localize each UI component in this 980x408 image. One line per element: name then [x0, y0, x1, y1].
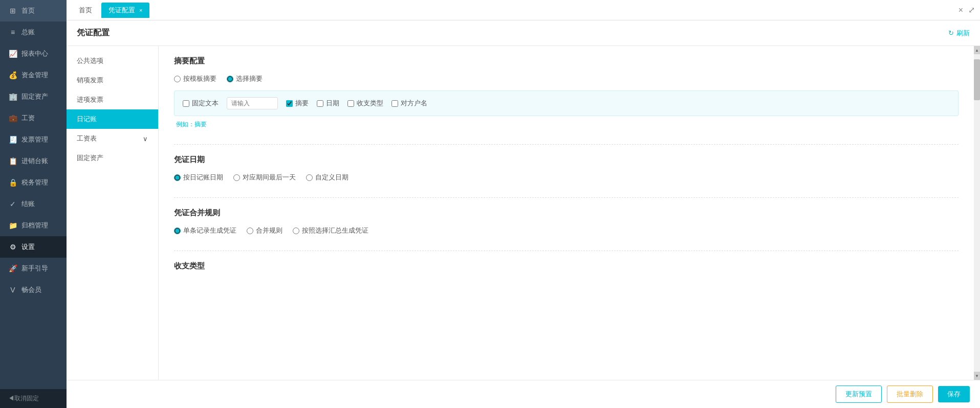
sidebar-item-general-ledger[interactable]: ≡ 总账: [0, 21, 67, 43]
summary-radio-choose-input[interactable]: [227, 76, 233, 82]
save-button[interactable]: 保存: [938, 386, 970, 402]
sidebar-item-fixed-assets[interactable]: 🏢 固定资产: [0, 86, 67, 107]
tab-actions: × ⤢: [959, 5, 975, 15]
merge-radio-summary[interactable]: 按照选择汇总生成凭证: [293, 226, 368, 235]
tab-voucher-config[interactable]: 凭证配置 ×: [101, 3, 149, 18]
sidebar-unpin-button[interactable]: ◀取消固定: [0, 389, 67, 408]
summary-radio-template-input[interactable]: [174, 76, 181, 82]
summary-radio-choose[interactable]: 选择摘要: [227, 74, 263, 83]
summary-config-section: 摘要配置 按模板摘要 选择摘要: [174, 56, 959, 129]
sidebar-item-guide[interactable]: 🚀 新手引导: [0, 258, 67, 279]
sidebar-item-finance[interactable]: 💰 资金管理: [0, 64, 67, 86]
voucher-date-section: 凭证日期 按日记账日期 对应期间最后一天 自定义日期: [174, 155, 959, 182]
merge-rules-title: 凭证合并规则: [174, 208, 959, 218]
sidebar-item-close-accounts[interactable]: ✓ 结账: [0, 193, 67, 215]
date-radio-custom-input[interactable]: [306, 174, 313, 181]
merge-radio-single-input[interactable]: [174, 228, 181, 234]
merge-radio-single-label: 单条记录生成凭证: [183, 226, 236, 235]
fixed-text-input[interactable]: [227, 97, 278, 109]
sales-icon: 📋: [8, 157, 17, 165]
inner-layout: 公共选项 销项发票 进项发票 日记账 工资表 ∨ 固定资产: [67, 46, 980, 380]
sidebar-item-invoice[interactable]: 🧾 发票管理: [0, 129, 67, 150]
nav-item-public-options[interactable]: 公共选项: [67, 51, 158, 71]
page-title: 凭证配置: [77, 28, 110, 38]
date-radio-period-last[interactable]: 对应期间最后一天: [233, 173, 296, 182]
sidebar-item-settings[interactable]: ⚙ 设置: [0, 236, 67, 258]
checkbox-summary-input[interactable]: [286, 100, 293, 107]
nav-item-sales-invoice[interactable]: 销项发票: [67, 71, 158, 90]
refresh-icon: ↻: [948, 29, 954, 37]
scrollbar-up-button[interactable]: ▲: [974, 46, 980, 54]
invoice-icon: 🧾: [8, 135, 17, 144]
sidebar-item-home[interactable]: ⊞ 首页: [0, 0, 67, 21]
scrollbar-down-button[interactable]: ▼: [974, 372, 980, 380]
checkbox-income-expense[interactable]: 收支类型: [347, 99, 383, 108]
sidebar-item-sales-ledger[interactable]: 📋 进销台账: [0, 150, 67, 172]
sidebar-item-label: 总账: [21, 28, 35, 37]
guide-icon: 🚀: [8, 264, 17, 273]
tab-home-label: 首页: [79, 6, 92, 15]
sidebar-item-label: 新手引导: [21, 264, 48, 273]
sidebar-item-member[interactable]: V 畅会员: [0, 279, 67, 301]
checkbox-summary[interactable]: 摘要: [286, 99, 309, 108]
tab-active-label: 凭证配置: [108, 6, 135, 15]
assets-icon: 🏢: [8, 93, 17, 101]
window-resize-button[interactable]: ⤢: [968, 5, 975, 15]
merge-radio-summary-input[interactable]: [293, 228, 299, 234]
date-radio-journal-label: 按日记账日期: [183, 173, 223, 182]
ledger-icon: ≡: [8, 28, 17, 36]
sidebar: ⊞ 首页 ≡ 总账 📈 报表中心 💰 资金管理 🏢 固定资产 💼 工资 🧾 发票…: [0, 0, 67, 408]
merge-radio-rule-input[interactable]: [247, 228, 253, 234]
sidebar-item-label: 资金管理: [21, 71, 48, 80]
outer-scrollbar: ▲ ▼: [974, 46, 980, 380]
update-preview-button[interactable]: 更新预置: [836, 386, 882, 403]
summary-radio-template[interactable]: 按模板摘要: [174, 74, 216, 83]
checkbox-fixed-text[interactable]: 固定文本: [183, 99, 219, 108]
example-text: 例如：摘要: [174, 120, 959, 129]
income-expense-title: 收支类型: [174, 261, 959, 271]
sidebar-item-label: 发票管理: [21, 135, 48, 144]
right-panel: 摘要配置 按模板摘要 选择摘要: [159, 46, 974, 380]
tax-icon: 🔒: [8, 178, 17, 187]
date-radio-journal[interactable]: 按日记账日期: [174, 173, 223, 182]
checkbox-counterpart[interactable]: 对方户名: [391, 99, 427, 108]
tab-home[interactable]: 首页: [72, 3, 99, 18]
divider-3: [174, 251, 959, 251]
checkbox-counterpart-input[interactable]: [391, 100, 398, 107]
refresh-button[interactable]: ↻ 刷新: [948, 29, 970, 38]
sidebar-item-label: 设置: [21, 242, 35, 252]
archive-icon: 📁: [8, 221, 17, 230]
report-icon: 📈: [8, 50, 17, 58]
nav-item-fixed-assets-sub[interactable]: 固定资产: [67, 148, 158, 168]
nav-item-journal[interactable]: 日记账: [67, 109, 158, 129]
sidebar-item-label: 工资: [21, 114, 35, 123]
date-radio-period-last-input[interactable]: [233, 174, 240, 181]
sidebar-item-report-center[interactable]: 📈 报表中心: [0, 43, 67, 64]
sidebar-item-salary[interactable]: 💼 工资: [0, 107, 67, 129]
main-area: 首页 凭证配置 × × ⤢ 凭证配置 ↻ 刷新 公共选项: [67, 0, 980, 408]
checkbox-date-input[interactable]: [317, 100, 323, 107]
tab-close-icon[interactable]: ×: [139, 7, 142, 13]
nav-item-payroll[interactable]: 工资表 ∨: [67, 129, 158, 148]
divider-1: [174, 144, 959, 145]
batch-delete-button[interactable]: 批量删除: [887, 386, 933, 403]
sidebar-item-label: 报表中心: [21, 49, 48, 58]
date-radio-journal-input[interactable]: [174, 174, 181, 181]
date-radio-period-last-label: 对应期间最后一天: [243, 173, 296, 182]
merge-radio-summary-label: 按照选择汇总生成凭证: [302, 226, 368, 235]
scrollbar-thumb[interactable]: [974, 59, 980, 100]
checkbox-fixed-text-input[interactable]: [183, 100, 189, 107]
merge-radio-rule[interactable]: 合并规则: [247, 226, 282, 235]
page-header: 凭证配置 ↻ 刷新: [67, 20, 980, 46]
sidebar-item-archive[interactable]: 📁 归档管理: [0, 215, 67, 236]
checkbox-income-expense-input[interactable]: [347, 100, 354, 107]
sidebar-item-tax[interactable]: 🔒 税务管理: [0, 172, 67, 193]
window-close-button[interactable]: ×: [959, 6, 963, 15]
date-radio-custom[interactable]: 自定义日期: [306, 173, 349, 182]
checkbox-date[interactable]: 日期: [317, 99, 339, 108]
nav-item-purchase-invoice[interactable]: 进项发票: [67, 90, 158, 109]
sidebar-item-label: 首页: [21, 6, 35, 15]
sidebar-item-label: 畅会员: [21, 285, 41, 294]
merge-radio-single[interactable]: 单条记录生成凭证: [174, 226, 236, 235]
bottom-bar: 更新预置 批量删除 保存: [67, 380, 980, 408]
